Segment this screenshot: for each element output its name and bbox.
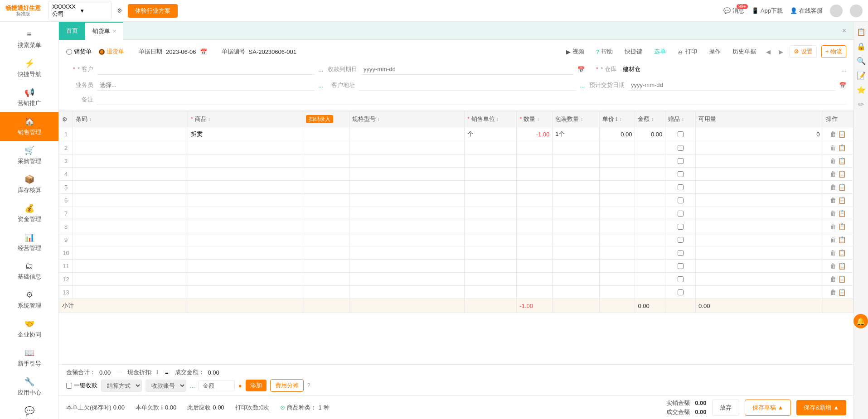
cell-qty[interactable] bbox=[517, 154, 553, 168]
cell-qty[interactable] bbox=[517, 233, 553, 246]
sidebar-item-search[interactable]: ≡ 搜索菜单 bbox=[0, 25, 58, 54]
fees-btn[interactable]: 费用分摊 bbox=[270, 379, 304, 392]
cell-qty[interactable] bbox=[517, 141, 553, 154]
cell-gift[interactable] bbox=[665, 207, 696, 220]
calendar-icon[interactable]: 📅 bbox=[200, 48, 207, 55]
copy-icon[interactable]: 📋 bbox=[838, 249, 846, 256]
tab-close-icon[interactable]: × bbox=[113, 28, 116, 34]
cell-spec[interactable] bbox=[349, 127, 465, 141]
delete-icon[interactable]: 🗑 bbox=[830, 223, 836, 230]
company-selector[interactable]: XXXXXX公司 ▾ bbox=[48, 1, 112, 20]
next-icon[interactable]: ▶ bbox=[777, 48, 785, 56]
fees-info-icon[interactable]: ? bbox=[307, 382, 310, 389]
delete-icon[interactable]: 🗑 bbox=[830, 275, 836, 283]
cell-spec[interactable] bbox=[349, 246, 465, 260]
cell-product[interactable] bbox=[188, 220, 303, 233]
cell-barcode[interactable] bbox=[73, 286, 188, 299]
cell-gift[interactable] bbox=[665, 246, 696, 260]
salesperson-more-icon[interactable]: ... bbox=[318, 82, 323, 89]
setting-btn[interactable]: ⚙ 设置 bbox=[790, 45, 817, 58]
cell-unit-price[interactable] bbox=[599, 154, 635, 168]
message-icon[interactable]: 💬 消息 99+ bbox=[723, 7, 744, 15]
copy-icon[interactable]: 📋 bbox=[838, 170, 846, 178]
cell-spec[interactable] bbox=[349, 168, 465, 181]
sidebar-item-quick-nav[interactable]: ⚡ 快捷导航 bbox=[0, 54, 58, 83]
delete-icon[interactable]: 🗑 bbox=[830, 130, 836, 138]
cell-product[interactable] bbox=[188, 207, 303, 220]
cell-product[interactable] bbox=[188, 168, 303, 181]
cell-qty[interactable] bbox=[517, 168, 553, 181]
help-btn[interactable]: ? 帮助 bbox=[592, 46, 616, 58]
amount-input[interactable] bbox=[199, 380, 235, 391]
cell-barcode[interactable] bbox=[73, 168, 188, 181]
save-draft-button[interactable]: 保存草稿 ▲ bbox=[745, 400, 791, 416]
cell-qty[interactable] bbox=[517, 260, 553, 273]
delete-icon[interactable]: 🗑 bbox=[830, 249, 836, 256]
expected-date-input[interactable] bbox=[628, 80, 835, 91]
logistics-btn[interactable]: + 物流 bbox=[821, 45, 846, 58]
save-new-button[interactable]: 保存&新增 ▲ bbox=[796, 400, 846, 415]
cell-spec[interactable] bbox=[349, 194, 465, 207]
cell-unit-price[interactable] bbox=[599, 273, 635, 286]
cell-unit-price[interactable] bbox=[599, 260, 635, 273]
cell-barcode[interactable] bbox=[73, 154, 188, 168]
cumulative-owe-info-icon[interactable]: ℹ bbox=[161, 405, 163, 411]
copy-icon[interactable]: 📋 bbox=[838, 289, 846, 296]
sidebar-item-finance[interactable]: 💰 资金管理 bbox=[0, 199, 58, 228]
copy-icon[interactable]: 📋 bbox=[838, 197, 846, 204]
cell-gift[interactable] bbox=[665, 141, 696, 154]
app-download-icon[interactable]: 📱 App下载 bbox=[752, 7, 783, 15]
delete-icon[interactable]: 🗑 bbox=[830, 262, 836, 270]
cell-gift[interactable] bbox=[665, 286, 696, 299]
rp-icon-star[interactable]: ⭐ bbox=[855, 83, 868, 96]
copy-icon[interactable]: 📋 bbox=[838, 223, 846, 230]
delete-icon[interactable]: 🗑 bbox=[830, 210, 836, 217]
copy-icon[interactable]: 📋 bbox=[838, 275, 846, 283]
cell-product[interactable] bbox=[188, 127, 303, 141]
operation-btn[interactable]: 操作 bbox=[705, 46, 724, 58]
cell-unit-price[interactable] bbox=[599, 233, 635, 246]
rp-icon-clipboard[interactable]: 📋 bbox=[855, 25, 868, 38]
cell-spec[interactable] bbox=[349, 286, 465, 299]
cell-qty[interactable] bbox=[517, 286, 553, 299]
customer-addr-input[interactable] bbox=[359, 80, 576, 91]
customer-addr-more-icon[interactable]: ... bbox=[580, 82, 585, 89]
th-scan[interactable]: 扫码录入 bbox=[303, 111, 349, 127]
online-service-icon[interactable]: 👤 在线客服 bbox=[790, 7, 823, 15]
cell-qty[interactable] bbox=[517, 246, 553, 260]
cell-product[interactable] bbox=[188, 154, 303, 168]
due-date-calendar-icon[interactable]: 📅 bbox=[577, 66, 585, 73]
cell-spec[interactable] bbox=[349, 260, 465, 273]
copy-icon[interactable]: 📋 bbox=[838, 130, 846, 138]
copy-icon[interactable]: 📋 bbox=[838, 262, 846, 270]
rp-icon-bell[interactable]: 🔔 bbox=[853, 314, 868, 328]
cell-spec[interactable] bbox=[349, 273, 465, 286]
cell-unit-price[interactable] bbox=[599, 220, 635, 233]
sidebar-item-wechat[interactable]: 💬 企业微信 bbox=[0, 401, 58, 419]
cell-spec[interactable] bbox=[349, 181, 465, 194]
cell-unit-price[interactable] bbox=[599, 181, 635, 194]
cell-barcode[interactable] bbox=[73, 141, 188, 154]
cell-barcode[interactable] bbox=[73, 233, 188, 246]
cell-spec[interactable] bbox=[349, 154, 465, 168]
cell-product[interactable] bbox=[188, 141, 303, 154]
settings-icon[interactable]: ⚙ bbox=[115, 5, 124, 16]
delete-icon[interactable]: 🗑 bbox=[830, 157, 836, 164]
cell-barcode[interactable] bbox=[73, 273, 188, 286]
sidebar-item-system[interactable]: ⚙ 系统管理 bbox=[0, 285, 58, 314]
sidebar-item-sales[interactable]: 🏠 销售管理 bbox=[0, 112, 58, 141]
cell-gift[interactable] bbox=[665, 194, 696, 207]
tabbar-close-icon[interactable]: × bbox=[835, 27, 853, 35]
copy-icon[interactable]: 📋 bbox=[838, 210, 846, 217]
account-select[interactable]: 收款账号 bbox=[145, 380, 186, 392]
cell-unit-price[interactable] bbox=[599, 207, 635, 220]
one-click-pay-checkbox[interactable]: 一键收款 bbox=[66, 381, 97, 390]
avatar[interactable] bbox=[830, 5, 843, 17]
cell-product[interactable] bbox=[188, 260, 303, 273]
copy-icon[interactable]: 📋 bbox=[838, 157, 846, 164]
cell-unit-price[interactable] bbox=[599, 194, 635, 207]
rp-icon-pencil[interactable]: ✏ bbox=[855, 98, 868, 111]
cell-product[interactable] bbox=[188, 246, 303, 260]
rp-icon-lock[interactable]: 🔒 bbox=[855, 40, 868, 53]
cell-barcode[interactable] bbox=[73, 246, 188, 260]
